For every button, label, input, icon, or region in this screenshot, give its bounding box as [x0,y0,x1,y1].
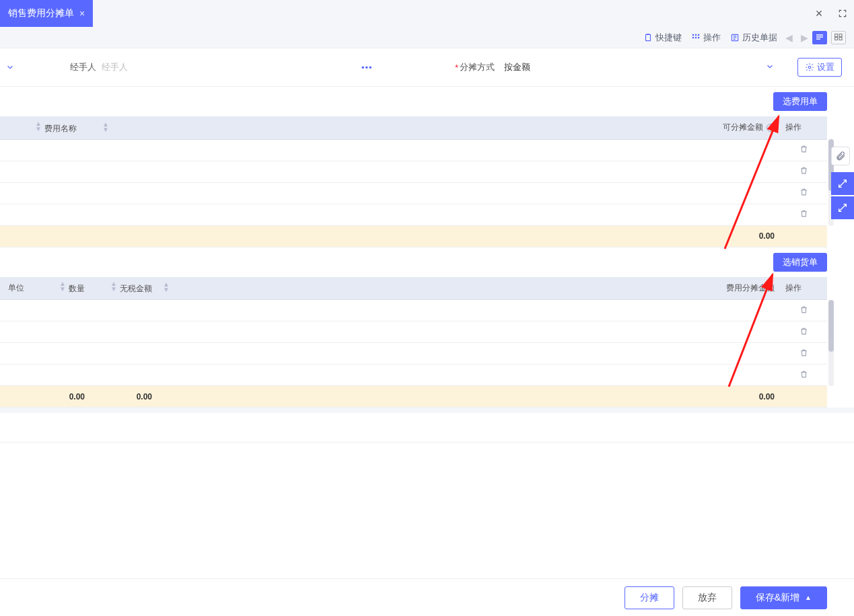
handler-field: 经手人 ••• [70,61,420,73]
select-sales-button[interactable]: 选销货单 [773,253,827,272]
handler-input[interactable] [102,62,357,73]
sales-grid-wrap: 单位 ▲▼数量 ▲▼无税金额 ▲▼ 费用分摊金额 操作 0.00 0.00 [0,277,854,408]
clipboard-icon [643,33,653,42]
col-allocatable[interactable]: 可分摊金额 ? [692,116,780,139]
table-row[interactable] [0,343,827,364]
table-row[interactable] [0,182,827,204]
svg-rect-4 [692,36,694,38]
svg-rect-5 [695,36,697,38]
svg-rect-0 [646,34,651,40]
svg-point-12 [808,66,811,69]
grid-scrollbar[interactable] [828,300,834,387]
expand-out-button[interactable] [831,172,854,195]
delete-row-icon[interactable] [799,145,808,153]
delete-row-icon[interactable] [799,348,808,357]
svg-rect-3 [698,34,699,35]
method-value[interactable]: 按金额 [504,61,530,73]
total-allocatable: 0.00 [692,225,780,247]
view-list-button[interactable] [812,31,827,44]
window-close-button[interactable]: × [807,0,831,27]
handler-more-icon[interactable]: ••• [361,63,373,73]
tab-bar: 销售费用分摊单 × × [0,0,854,27]
attachment-button[interactable] [831,147,850,165]
expand-in-button[interactable] [831,196,854,219]
sort-icon: ▲▼ [102,122,109,132]
discard-button[interactable]: 放弃 [682,586,732,609]
operate-button[interactable]: 操作 [691,32,721,44]
svg-rect-6 [698,36,699,38]
col-blank[interactable]: ▲▼ [97,116,692,139]
expense-grid: ▲▼费用名称 ▲▼ 可分摊金额 ? 操作 0.00 [0,116,827,247]
history-button[interactable]: 历史单据 [730,32,777,44]
sort-icon: ▲▼ [110,281,117,292]
delete-row-icon[interactable] [799,188,808,196]
table-row[interactable] [0,364,827,386]
delete-row-icon[interactable] [799,370,808,379]
delete-row-icon[interactable] [799,305,808,314]
col-qty[interactable]: ▲▼数量 [30,277,90,300]
tab-active[interactable]: 销售费用分摊单 × [0,0,93,27]
method-label: 分摊方式 [460,61,495,73]
section2-actions: 选销货单 [0,247,854,277]
history-icon [730,33,740,42]
total-alloc: 0.00 [692,386,780,408]
required-mark: * [455,63,458,73]
sort-icon: ▲▼ [35,121,42,132]
col-unit[interactable]: 单位 [0,277,30,300]
grid-icon [691,33,701,42]
delete-row-icon[interactable] [799,209,808,218]
col-feename[interactable]: ▲▼费用名称 [30,116,97,139]
svg-rect-9 [839,34,842,36]
fullscreen-toggle-button[interactable] [831,0,854,27]
table-row[interactable] [0,300,827,321]
sales-grid: 单位 ▲▼数量 ▲▼无税金额 ▲▼ 费用分摊金额 操作 0.00 0.00 [0,277,827,408]
select-expense-button[interactable]: 选费用单 [773,92,827,111]
settings-button[interactable]: 设置 [797,58,842,77]
shortcut-button[interactable]: 快捷键 [643,32,682,44]
view-card-button[interactable] [831,31,846,44]
svg-rect-11 [839,37,842,40]
caret-up-icon: ▲ [805,594,812,601]
total-notax: 0.00 [90,386,157,408]
col-alloc[interactable]: 费用分摊金额 [692,277,780,300]
svg-rect-2 [695,34,697,35]
svg-rect-10 [835,37,838,40]
method-dropdown-icon[interactable] [765,62,775,73]
nav-next-icon[interactable]: ▶ [801,32,808,43]
total-row: 0.00 0.00 0.00 [0,386,827,408]
table-row[interactable] [0,321,827,343]
save-new-button[interactable]: 保存&新增 ▲ [740,586,827,609]
info-icon[interactable]: ? [767,124,775,132]
delete-row-icon[interactable] [799,327,808,336]
page-toolbar: 快捷键 操作 历史单据 ◀ ▶ [0,27,854,48]
col-blank2[interactable]: ▲▼ [157,277,692,300]
svg-rect-8 [835,34,838,36]
spacer [0,408,854,413]
table-row[interactable] [0,139,827,161]
table-row[interactable] [0,204,827,225]
form-row: 经手人 ••• * 分摊方式 按金额 设置 [0,48,854,87]
blank-block [0,413,854,442]
footer-bar: 分摊 放弃 保存&新增 ▲ [0,578,854,616]
sort-icon: ▲▼ [59,281,66,292]
tab-title: 销售费用分摊单 [8,7,74,20]
total-row: 0.00 [0,225,827,247]
shortcut-label: 快捷键 [655,32,682,44]
gear-icon [805,63,814,72]
section1-actions: 选费用单 [0,87,854,116]
col-ops2: 操作 [780,277,827,300]
col-ops: 操作 [780,116,827,139]
delete-row-icon[interactable] [799,166,808,175]
save-new-label: 保存&新增 [756,592,799,604]
settings-label: 设置 [817,61,834,73]
method-field: * 分摊方式 按金额 [455,61,777,73]
allocate-button[interactable]: 分摊 [625,586,674,609]
table-row[interactable] [0,161,827,182]
history-label: 历史单据 [742,32,777,44]
sort-icon: ▲▼ [163,282,170,293]
nav-prev-icon[interactable]: ◀ [785,32,793,43]
col-notax[interactable]: ▲▼无税金额 [90,277,157,300]
operate-label: 操作 [703,32,721,44]
form-collapse-icon[interactable] [0,63,20,72]
tab-close-icon[interactable]: × [79,8,85,19]
